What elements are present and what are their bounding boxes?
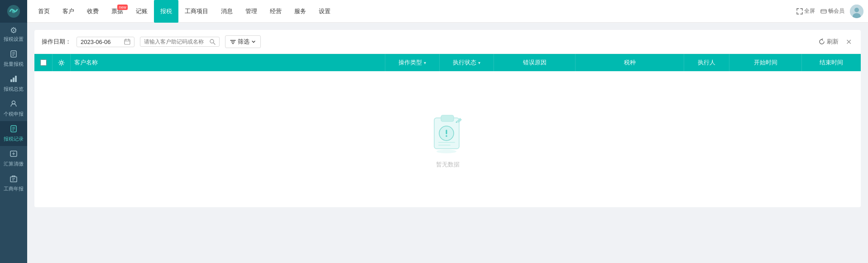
table-body: 暂无数据 — [34, 71, 861, 207]
empty-illustration — [427, 110, 468, 155]
hisuan-jiaona-icon — [10, 150, 18, 159]
svg-rect-8 — [15, 76, 17, 82]
search-wrap[interactable] — [140, 37, 220, 47]
nav-item-baoshui[interactable]: 报税 — [154, 0, 178, 23]
date-label: 操作日期： — [42, 38, 71, 46]
svg-rect-17 — [10, 177, 17, 182]
svg-point-39 — [436, 150, 456, 153]
sidebar: ⚙ 报税设置 批量报税 报税总览 — [0, 0, 27, 263]
nav-item-kehu[interactable]: 客户 — [56, 0, 81, 23]
baoshui-zonlan-icon — [10, 75, 18, 84]
th-op-type[interactable]: 操作类型 ▾ — [385, 54, 440, 71]
search-icon — [209, 39, 216, 45]
refresh-button[interactable]: 刷新 — [819, 38, 839, 46]
svg-point-36 — [446, 135, 447, 137]
member-button[interactable]: 畅会员 — [820, 7, 844, 15]
svg-rect-7 — [13, 78, 14, 82]
nav-item-shezhi[interactable]: 设置 — [312, 0, 337, 23]
th-settings[interactable] — [53, 54, 71, 71]
fullscreen-icon — [796, 8, 803, 15]
filter-icon — [230, 39, 236, 45]
baoshui-shezhi-icon: ⚙ — [10, 26, 17, 34]
geshui-shenbao-icon — [10, 100, 18, 109]
nav-item-piaoju[interactable]: 票据 new — [105, 0, 129, 23]
nav-item-shoufei[interactable]: 收费 — [81, 0, 105, 23]
th-customer: 客户名称 — [71, 54, 385, 71]
nav-item-shouye[interactable]: 首页 — [32, 0, 56, 23]
settings-icon — [58, 59, 65, 66]
date-input[interactable] — [81, 39, 121, 45]
sidebar-item-baoshui-jilu[interactable]: 报税记录 — [0, 121, 27, 146]
svg-rect-25 — [125, 39, 130, 44]
svg-point-1 — [12, 10, 15, 13]
content-area: 操作日期： — [27, 23, 868, 263]
sidebar-item-gongshang-nianbao[interactable]: 工商年报 — [0, 171, 27, 196]
nav-item-xiaoxi[interactable]: 消息 — [215, 0, 239, 23]
filter-button[interactable]: 筛选 — [225, 35, 261, 48]
svg-line-30 — [214, 43, 216, 45]
piliang-baoshui-icon — [10, 50, 18, 59]
main-container: 首页 客户 收费 票据 new 记账 报税 工商项目 消息 — [27, 0, 868, 263]
th-tax-type: 税种 — [575, 54, 684, 71]
svg-rect-20 — [821, 10, 826, 13]
top-nav: 首页 客户 收费 票据 new 记账 报税 工商项目 消息 — [27, 0, 868, 23]
select-all-checkbox[interactable] — [40, 59, 47, 66]
svg-point-23 — [854, 8, 859, 12]
sort-icon-exec: ▾ — [478, 60, 480, 65]
search-input[interactable] — [144, 39, 207, 45]
svg-rect-33 — [441, 115, 454, 122]
nav-item-gongshang-xiangmu[interactable]: 工商项目 — [178, 0, 215, 23]
sidebar-item-baoshui-zonlan[interactable]: 报税总览 — [0, 71, 27, 96]
svg-rect-35 — [446, 130, 447, 134]
chevron-down-icon — [251, 39, 256, 44]
th-checkbox[interactable] — [34, 54, 53, 71]
sidebar-item-hisuan-jiaona[interactable]: 汇算清缴 — [0, 146, 27, 171]
gongshang-nianbao-icon — [10, 175, 18, 184]
nav-item-fuwu[interactable]: 服务 — [288, 0, 312, 23]
sort-icon: ▾ — [424, 60, 426, 65]
th-exec-status[interactable]: 执行状态 ▾ — [440, 54, 494, 71]
date-input-wrap[interactable] — [77, 37, 134, 47]
nav-item-jizhang[interactable]: 记账 — [129, 0, 154, 23]
user-avatar[interactable] — [850, 5, 863, 18]
svg-point-29 — [210, 39, 214, 43]
table-header: 客户名称 操作类型 ▾ 执行状态 ▾ 错误原因 税种 执行人 — [34, 54, 861, 71]
th-end-time: 结束时间 — [802, 54, 861, 71]
th-start-time: 开始时间 — [729, 54, 802, 71]
toolbar: 操作日期： — [34, 30, 861, 54]
empty-state: 暂无数据 — [427, 92, 468, 187]
member-icon — [820, 8, 827, 15]
nav-right: 全屏 畅会员 — [796, 5, 863, 18]
sidebar-item-baoshui-shezhi[interactable]: ⚙ 报税设置 — [0, 23, 27, 46]
nav-items: 首页 客户 收费 票据 new 记账 报税 工商项目 消息 — [32, 0, 796, 23]
th-error-reason: 错误原因 — [494, 54, 575, 71]
app-logo[interactable] — [0, 0, 27, 23]
nav-item-jingying[interactable]: 经营 — [264, 0, 288, 23]
new-badge: new — [117, 5, 128, 10]
th-executor: 执行人 — [684, 54, 729, 71]
main-panel: 操作日期： — [34, 30, 861, 207]
sidebar-item-geshui-shenbao[interactable]: 个税申报 — [0, 96, 27, 121]
svg-point-31 — [60, 62, 62, 64]
refresh-icon — [819, 39, 825, 45]
close-button[interactable]: ✕ — [844, 38, 854, 46]
calendar-icon — [124, 39, 130, 45]
sidebar-item-piliang-baoshui[interactable]: 批量报税 — [0, 46, 27, 71]
empty-text: 暂无数据 — [436, 161, 460, 169]
fullscreen-button[interactable]: 全屏 — [796, 7, 815, 15]
svg-rect-6 — [10, 79, 12, 82]
nav-item-guanli[interactable]: 管理 — [239, 0, 264, 23]
baoshui-jilu-icon — [10, 125, 18, 134]
